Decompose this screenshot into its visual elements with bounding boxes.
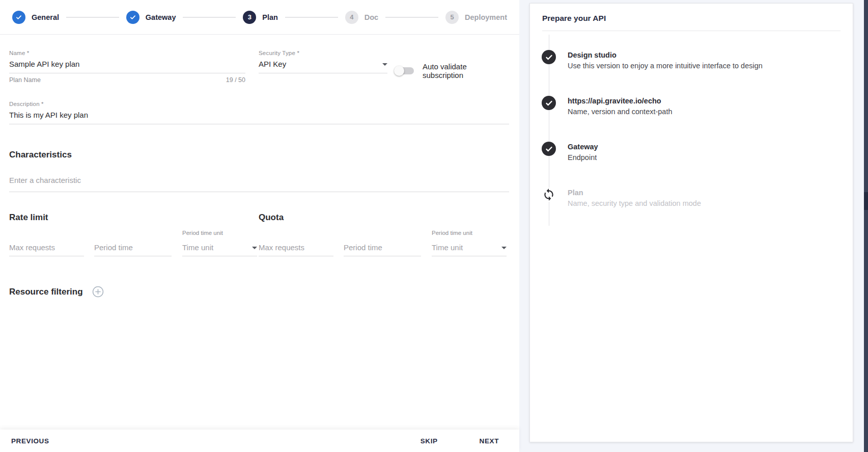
time-unit-value: Time unit xyxy=(182,240,213,256)
dark-edge-scrollbar-track xyxy=(864,0,868,452)
quota-heading: Quota xyxy=(259,212,509,223)
period-time-input[interactable]: Period time xyxy=(344,240,421,256)
plan-name-field-group: Name * Sample API key plan Plan Name 19 … xyxy=(9,50,245,84)
checklist-item-plan: Plan Name, security type and validation … xyxy=(542,188,841,207)
plan-form-panel: General Gateway 3 Plan 4 Doc 5 Deploymen… xyxy=(0,0,519,452)
auto-validate-toggle[interactable] xyxy=(396,67,414,74)
name-char-counter: 19 / 50 xyxy=(226,76,245,84)
check-icon xyxy=(12,11,25,24)
step-connector xyxy=(385,17,438,18)
checklist-item-subtitle: Endpoint xyxy=(568,153,598,162)
period-time-unit-label: Period time unit xyxy=(182,230,257,236)
resource-filtering-heading: Resource filtering xyxy=(9,287,83,297)
description-label: Description * xyxy=(9,101,509,107)
characteristics-heading: Characteristics xyxy=(9,150,509,160)
toggle-knob xyxy=(394,66,404,76)
time-unit-select[interactable]: Time unit xyxy=(432,240,507,256)
period-time-unit-label: Period time unit xyxy=(432,230,507,236)
name-input[interactable]: Sample API key plan xyxy=(9,56,245,73)
check-circle-icon xyxy=(542,142,556,156)
sync-in-progress-icon xyxy=(542,188,556,202)
quota-section: Quota Max requests Period time Period ti… xyxy=(259,212,509,256)
checklist-item-subtitle: Name, version and context-path xyxy=(568,108,673,116)
name-field-label: Name * xyxy=(9,50,245,56)
plan-form: Name * Sample API key plan Plan Name 19 … xyxy=(0,50,519,298)
step-label: General xyxy=(32,13,59,21)
security-type-value: API Key xyxy=(259,56,286,73)
checklist-item-subtitle: Use this version to enjoy a more intuiti… xyxy=(568,62,763,70)
checklist-item-title: Gateway xyxy=(568,143,598,151)
checklist-item-design-studio: Design studio Use this version to enjoy … xyxy=(542,50,841,70)
checklist-item-title: Design studio xyxy=(568,51,763,59)
step-plan[interactable]: 3 Plan xyxy=(243,11,278,24)
rate-limit-section: Rate limit Max requests Period time Peri… xyxy=(9,212,258,256)
skip-button[interactable]: SKIP xyxy=(421,437,438,445)
rate-limit-period-time-field: Period time xyxy=(94,240,172,256)
next-button[interactable]: NEXT xyxy=(480,437,499,445)
quota-max-requests-field: Max requests xyxy=(259,240,333,256)
chevron-down-icon xyxy=(501,247,507,249)
auto-validate-group: Auto validate subscription xyxy=(396,62,509,79)
step-gateway[interactable]: Gateway xyxy=(126,11,176,24)
step-deployment[interactable]: 5 Deployment xyxy=(445,11,507,24)
max-requests-input[interactable]: Max requests xyxy=(259,240,333,256)
security-type-select[interactable]: API Key xyxy=(259,56,387,73)
prepare-api-title: Prepare your API xyxy=(542,14,841,23)
name-field-hint: Plan Name xyxy=(9,76,41,84)
previous-button[interactable]: PREVIOUS xyxy=(11,437,49,445)
auto-validate-label: Auto validate subscription xyxy=(423,62,509,79)
prepare-api-checklist: Design studio Use this version to enjoy … xyxy=(542,50,841,207)
check-icon xyxy=(126,11,139,24)
step-label: Plan xyxy=(262,13,278,21)
quota-period-time-field: Period time xyxy=(344,240,421,256)
chevron-down-icon xyxy=(252,247,257,249)
quota-time-unit-field: Period time unit Time unit xyxy=(432,230,507,256)
max-requests-input[interactable]: Max requests xyxy=(9,240,84,256)
description-field-group: Description * This is my API key plan xyxy=(9,101,509,124)
step-label: Doc xyxy=(365,13,378,21)
check-circle-icon xyxy=(542,96,556,110)
step-connector xyxy=(183,17,236,18)
divider xyxy=(542,31,841,31)
step-general[interactable]: General xyxy=(12,11,59,24)
checklist-item-gateway: Gateway Endpoint xyxy=(542,142,841,162)
rate-limit-heading: Rate limit xyxy=(9,212,258,223)
checklist-item-context-path: https://api.gravitee.io/echo Name, versi… xyxy=(542,96,841,116)
step-connector xyxy=(285,17,338,18)
check-circle-icon xyxy=(542,50,556,64)
time-unit-value: Time unit xyxy=(432,240,463,256)
security-type-field-group: Security Type * API Key xyxy=(259,50,387,73)
period-time-input[interactable]: Period time xyxy=(94,240,172,256)
security-type-label: Security Type * xyxy=(259,50,387,56)
step-number-badge: 3 xyxy=(243,11,256,24)
step-connector xyxy=(66,17,119,18)
wizard-stepper: General Gateway 3 Plan 4 Doc 5 Deploymen… xyxy=(0,0,519,35)
time-unit-select[interactable]: Time unit xyxy=(182,240,257,256)
step-label: Gateway xyxy=(146,13,176,21)
step-number-badge: 5 xyxy=(445,11,459,24)
characteristic-input[interactable]: Enter a characteristic xyxy=(9,172,509,192)
description-input[interactable]: This is my API key plan xyxy=(9,107,509,124)
step-number-badge: 4 xyxy=(345,11,358,24)
rate-limit-time-unit-field: Period time unit Time unit xyxy=(182,230,257,256)
rate-limit-max-requests-field: Max requests xyxy=(9,240,84,256)
step-label: Deployment xyxy=(465,13,507,21)
wizard-footer: PREVIOUS SKIP NEXT xyxy=(0,430,519,452)
checklist-item-subtitle: Name, security type and validation mode xyxy=(568,199,701,207)
add-resource-filter-button[interactable] xyxy=(92,286,104,298)
scrollbar-thumb[interactable] xyxy=(864,192,868,210)
checklist-item-title: Plan xyxy=(568,189,701,197)
step-doc[interactable]: 4 Doc xyxy=(345,11,378,24)
prepare-api-panel: Prepare your API Design studio Use this … xyxy=(529,3,853,442)
chevron-down-icon xyxy=(382,63,387,66)
checklist-item-title: https://api.gravitee.io/echo xyxy=(568,97,673,105)
